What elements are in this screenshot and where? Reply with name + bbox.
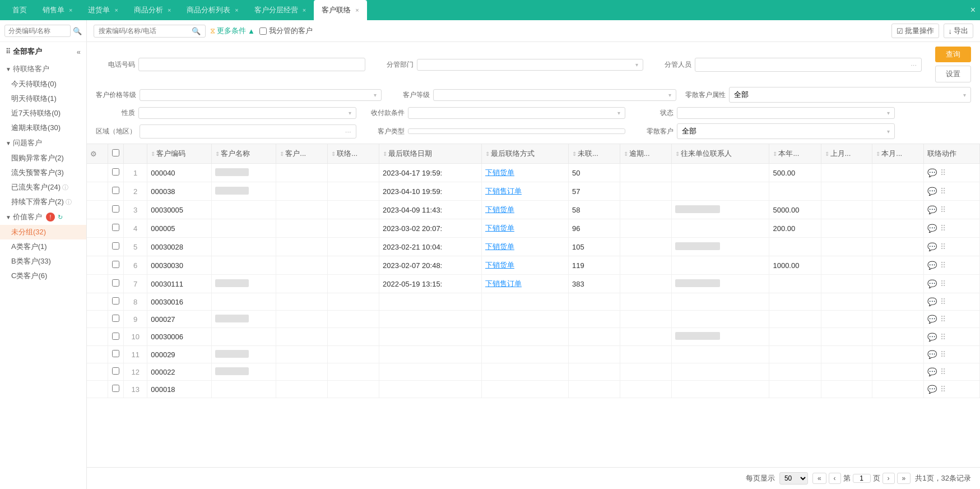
col-last-date[interactable]: 最后联络日期 bbox=[379, 144, 481, 164]
last-method-link[interactable]: 下销售订单 bbox=[485, 279, 522, 288]
field-status-input[interactable]: ▾ bbox=[677, 107, 895, 119]
grid-action-icon[interactable]: ⠿ bbox=[940, 168, 946, 177]
tab-customer-segment[interactable]: 客户分层经营 × bbox=[247, 0, 314, 20]
tab-analysis[interactable]: 商品分析 × bbox=[126, 0, 179, 20]
td-last-method[interactable]: 下销货单 bbox=[481, 219, 568, 238]
page-input[interactable] bbox=[853, 474, 871, 483]
field-customer-level-input[interactable]: ▾ bbox=[433, 89, 676, 101]
sidebar-item-class-b[interactable]: B类客户(33) bbox=[0, 254, 86, 269]
close-tab-segment-icon[interactable]: × bbox=[303, 7, 306, 13]
first-page-btn[interactable]: « bbox=[812, 473, 826, 484]
row-checkbox[interactable] bbox=[112, 224, 119, 231]
td-last-method[interactable] bbox=[481, 381, 568, 398]
my-customers-checkbox[interactable]: 我分管的客户 bbox=[259, 26, 313, 36]
td-last-method[interactable] bbox=[481, 328, 568, 346]
col-last-method[interactable]: 最后联络方式 bbox=[481, 144, 568, 164]
grid-action-icon[interactable]: ⠿ bbox=[940, 367, 946, 376]
col-code[interactable]: 客户编码 bbox=[147, 144, 212, 164]
sidebar-item-today[interactable]: 今天待联络(0) bbox=[0, 77, 86, 91]
grid-action-icon[interactable]: ⠿ bbox=[940, 242, 946, 251]
field-manager-input[interactable]: ··· bbox=[695, 58, 922, 72]
field-nature-input[interactable]: ▾ bbox=[138, 107, 356, 119]
last-method-link[interactable]: 下销货单 bbox=[485, 242, 514, 251]
td-checkbox[interactable] bbox=[108, 381, 124, 398]
grid-action-icon[interactable]: ⠿ bbox=[940, 315, 946, 324]
col-uncontacted[interactable]: 未联... bbox=[568, 144, 620, 164]
col-contact[interactable]: 联络... bbox=[328, 144, 379, 164]
row-checkbox[interactable] bbox=[112, 333, 119, 340]
td-checkbox[interactable] bbox=[108, 293, 124, 311]
settings-icon[interactable]: ⚙ bbox=[90, 150, 97, 158]
message-icon[interactable]: 💬 bbox=[927, 385, 937, 394]
message-icon[interactable]: 💬 bbox=[927, 297, 937, 306]
td-last-method[interactable] bbox=[481, 346, 568, 363]
sidebar-item-churn-warning[interactable]: 流失预警客户(3) bbox=[0, 165, 86, 180]
td-checkbox[interactable] bbox=[108, 275, 124, 293]
reset-button[interactable]: 设置 bbox=[935, 66, 971, 82]
col-settings[interactable]: ⚙ bbox=[87, 144, 108, 164]
row-checkbox[interactable] bbox=[112, 350, 119, 357]
field-scatter-input[interactable]: 全部▾ bbox=[677, 123, 895, 139]
col-type[interactable]: 客户... bbox=[276, 144, 328, 164]
field-scatter-attr-input[interactable]: 全部▾ bbox=[729, 87, 971, 103]
tab-home[interactable]: 首页 bbox=[4, 0, 35, 20]
row-checkbox[interactable] bbox=[112, 367, 119, 375]
query-button[interactable]: 查询 bbox=[935, 47, 971, 62]
sidebar-collapse-icon[interactable]: « bbox=[77, 48, 81, 56]
message-icon[interactable]: 💬 bbox=[927, 261, 937, 270]
row-checkbox[interactable] bbox=[112, 261, 119, 268]
td-last-method[interactable] bbox=[481, 293, 568, 311]
row-checkbox[interactable] bbox=[112, 187, 119, 194]
message-icon[interactable]: 💬 bbox=[927, 333, 937, 342]
sidebar-item-7days[interactable]: 近7天待联络(0) bbox=[0, 106, 86, 121]
grid-action-icon[interactable]: ⠿ bbox=[940, 333, 946, 342]
message-icon[interactable]: 💬 bbox=[927, 350, 937, 359]
refresh-icon[interactable]: ↻ bbox=[58, 214, 63, 221]
col-overdue[interactable]: 逾期... bbox=[620, 144, 671, 164]
col-this-month[interactable]: 本月... bbox=[872, 144, 924, 164]
field-price-level-input[interactable]: ▾ bbox=[140, 89, 382, 101]
td-last-method[interactable]: 下销货单 bbox=[481, 201, 568, 219]
grid-action-icon[interactable]: ⠿ bbox=[940, 224, 946, 233]
tab-analysis-list[interactable]: 商品分析列表 × bbox=[179, 0, 246, 20]
sidebar-item-tomorrow[interactable]: 明天待联络(1) bbox=[0, 91, 86, 106]
sidebar-section-problem[interactable]: ▼ 问题客户 bbox=[0, 135, 86, 151]
col-name[interactable]: 客户名称 bbox=[212, 144, 276, 164]
row-checkbox[interactable] bbox=[112, 168, 119, 176]
filter-more-btn[interactable]: ⧖ 更多条件 ▲ bbox=[210, 26, 255, 36]
row-checkbox[interactable] bbox=[112, 385, 119, 392]
grid-action-icon[interactable]: ⠿ bbox=[940, 297, 946, 306]
close-tab-purchase-icon[interactable]: × bbox=[114, 7, 118, 13]
td-last-method[interactable] bbox=[481, 311, 568, 328]
td-checkbox[interactable] bbox=[108, 346, 124, 363]
grid-action-icon[interactable]: ⠿ bbox=[940, 350, 946, 359]
filter-search-box[interactable]: 🔍 bbox=[94, 25, 206, 38]
td-last-method[interactable]: 下销货单 bbox=[481, 164, 568, 182]
close-tab-sales-icon[interactable]: × bbox=[69, 7, 72, 13]
message-icon[interactable]: 💬 bbox=[927, 315, 937, 324]
sidebar-section-pending[interactable]: ▼ 待联络客户 bbox=[0, 61, 86, 77]
last-method-link[interactable]: 下销货单 bbox=[485, 261, 514, 269]
grid-action-icon[interactable]: ⠿ bbox=[940, 187, 946, 196]
td-checkbox[interactable] bbox=[108, 328, 124, 346]
td-checkbox[interactable] bbox=[108, 182, 124, 201]
last-method-link[interactable]: 下销售订单 bbox=[485, 187, 522, 195]
close-all-tabs-icon[interactable]: × bbox=[970, 5, 976, 15]
td-last-method[interactable]: 下销货单 bbox=[481, 256, 568, 275]
row-checkbox[interactable] bbox=[112, 205, 119, 213]
close-tab-contact-icon[interactable]: × bbox=[355, 7, 359, 13]
col-last-month[interactable]: 上月... bbox=[821, 144, 872, 164]
sidebar-section-value[interactable]: ▼ 价值客户 ! ↻ bbox=[0, 209, 86, 225]
td-checkbox[interactable] bbox=[108, 164, 124, 182]
field-payment-input[interactable]: ▾ bbox=[408, 107, 626, 119]
td-last-method[interactable] bbox=[481, 363, 568, 381]
tab-sales[interactable]: 销售单 × bbox=[35, 0, 80, 20]
tab-purchase[interactable]: 进货单 × bbox=[80, 0, 126, 20]
message-icon[interactable]: 💬 bbox=[927, 187, 937, 196]
sidebar-item-hoarding[interactable]: 囤购异常客户(2) bbox=[0, 151, 86, 165]
td-checkbox[interactable] bbox=[108, 363, 124, 381]
row-checkbox[interactable] bbox=[112, 279, 119, 287]
td-checkbox[interactable] bbox=[108, 219, 124, 238]
last-method-link[interactable]: 下销货单 bbox=[485, 224, 514, 232]
row-checkbox[interactable] bbox=[112, 297, 119, 305]
